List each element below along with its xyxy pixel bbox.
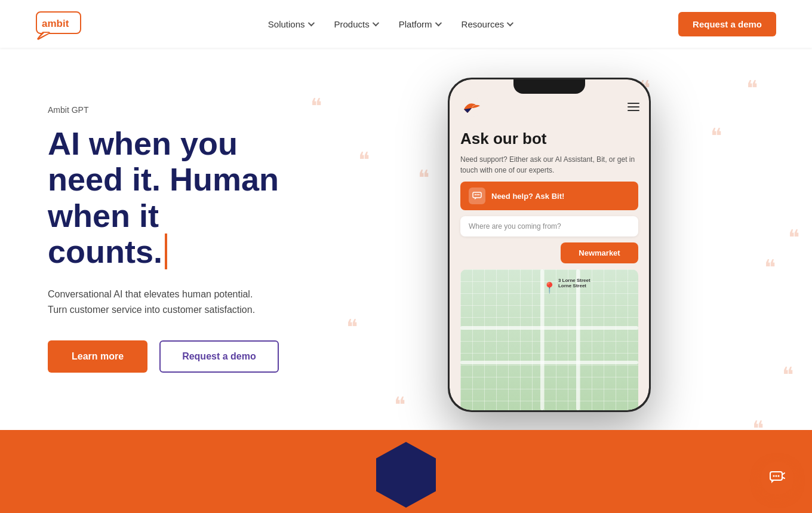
chevron-down-icon	[435, 20, 441, 26]
map-pin-icon: 📍	[543, 281, 556, 294]
phone-screen: Ask our bot Need support? Either ask our…	[450, 79, 649, 410]
svg-point-12	[776, 475, 777, 477]
hero-section: ❝ ❝ ❝ ❝ ❝ ❝ ❝ ❝ ❝ ❝ ❝ ❝ ❝ ❝ ❝ ❝ ❝ Ambit …	[0, 48, 812, 430]
svg-text:ambit: ambit	[42, 18, 69, 29]
chevron-down-icon	[307, 20, 314, 26]
svg-point-11	[773, 475, 775, 477]
phone-chat-content: Ask our bot Need support? Either ask our…	[450, 124, 649, 410]
phone-app-logo	[459, 96, 484, 118]
hero-buttons: Learn more Request a demo	[48, 340, 287, 373]
svg-point-13	[778, 475, 780, 477]
request-demo-hero-button[interactable]: Request a demo	[159, 340, 279, 373]
hero-content: Ambit GPT AI when you need it. Human whe…	[0, 69, 287, 409]
ask-bot-subtitle: Need support? Either ask our AI Assistan…	[460, 154, 638, 176]
phone-cta-bar[interactable]: Need help? Ask Bit!	[460, 182, 638, 210]
ask-bot-title: Ask our bot	[460, 130, 638, 148]
map-road	[576, 269, 580, 410]
chatbot-icon	[769, 470, 786, 487]
shield-icon	[376, 442, 436, 508]
airline-logo-icon	[459, 96, 484, 118]
orange-band	[0, 430, 812, 513]
hero-tag: Ambit GPT	[48, 105, 287, 115]
nav-resources[interactable]: Resources	[462, 19, 512, 29]
hero-title: AI when you need it. Human when it count…	[48, 125, 287, 270]
phone-menu-icon[interactable]	[628, 103, 639, 111]
svg-rect-7	[475, 194, 476, 195]
nav-links: Solutions Products Platform Resources	[268, 19, 512, 29]
phone-notch	[513, 79, 585, 94]
chevron-down-icon	[507, 20, 513, 26]
hero-phone-mockup: Ask our bot Need support? Either ask our…	[287, 66, 812, 412]
learn-more-button[interactable]: Learn more	[48, 340, 147, 373]
map-road	[460, 361, 638, 364]
navbar: ambit Solutions Products Platform Resour…	[0, 0, 812, 48]
request-demo-button[interactable]: Request a demo	[678, 12, 776, 36]
chat-icon	[469, 188, 485, 204]
chatbot-button[interactable]	[761, 462, 794, 495]
logo[interactable]: ambit	[36, 8, 102, 41]
chevron-down-icon	[372, 20, 379, 26]
map-label: 3 Lorne Street Lorne Street	[558, 278, 590, 288]
logo-icon: ambit	[36, 8, 102, 41]
phone-frame: Ask our bot Need support? Either ask our…	[448, 78, 651, 412]
phone-map: 📍 3 Lorne Street Lorne Street	[460, 269, 638, 410]
bubble-decoration: ❝	[752, 418, 764, 430]
nav-platform[interactable]: Platform	[399, 19, 440, 29]
svg-rect-8	[476, 194, 478, 195]
nav-products[interactable]: Products	[334, 19, 377, 29]
hero-description: Conversational AI that elevates human po…	[48, 287, 263, 318]
svg-rect-9	[478, 194, 479, 195]
nav-solutions[interactable]: Solutions	[268, 19, 313, 29]
phone-input[interactable]: Where are you coming from?	[460, 216, 638, 236]
phone-answer: Newmarket	[561, 242, 638, 263]
map-road	[460, 326, 638, 330]
